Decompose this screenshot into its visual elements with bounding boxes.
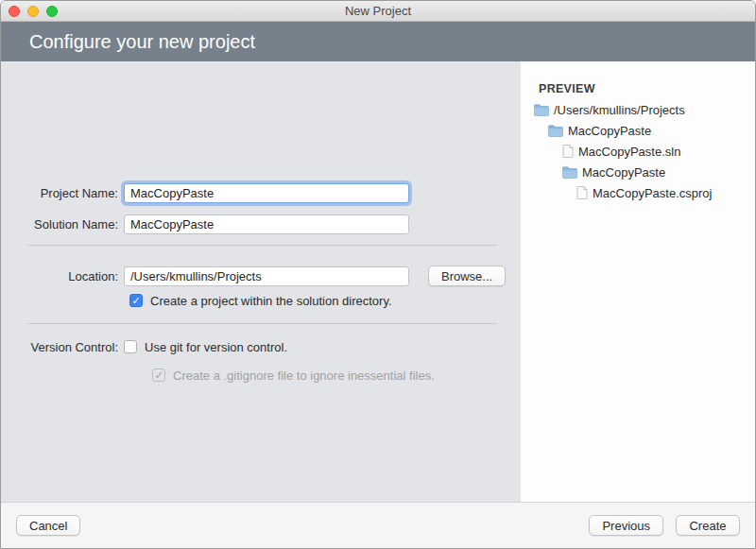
folder-icon [534,104,549,116]
solution-name-label: Solution Name: [1,217,124,232]
tree-item[interactable]: /Users/kmullins/Projects [521,99,755,120]
footer-bar: Cancel Previous Create [1,502,755,548]
file-icon [576,186,588,199]
project-name-row: Project Name: [1,182,409,203]
content: Project Name: Solution Name: Location: B… [1,61,755,502]
use-git-label: Use git for version control. [145,340,287,354]
folder-icon [562,166,577,179]
project-name-input[interactable] [124,183,409,203]
window-title: New Project [1,1,755,22]
preview-panel: PREVIEW /Users/kmullins/Projects MacCopy… [521,61,755,502]
location-label: Location: [1,269,124,283]
gitignore-row: Create a .gitignore file to ignore iness… [152,365,435,386]
location-input[interactable] [124,266,409,286]
solution-name-input[interactable] [124,214,409,234]
tree-item[interactable]: MacCopyPaste.csproj [521,182,755,203]
titlebar: New Project [1,1,755,22]
divider [27,323,497,324]
tree-item[interactable]: MacCopyPaste [521,120,755,141]
tree-item-label: /Users/kmullins/Projects [554,103,685,117]
new-project-window: New Project Configure your new project P… [0,0,756,549]
cancel-button[interactable]: Cancel [16,515,80,536]
tree-item[interactable]: MacCopyPaste [521,162,755,182]
form-area: Project Name: Solution Name: Location: B… [1,61,521,502]
page-title: Configure your new project [1,31,255,53]
location-row: Location: Browse... [1,266,506,286]
use-git-checkbox[interactable] [124,340,137,353]
project-name-label: Project Name: [1,186,124,200]
tree-item-label: MacCopyPaste.sln [578,145,680,159]
tree-item-label: MacCopyPaste [568,124,651,138]
version-control-label: Version Control: [1,340,124,354]
create-within-solution-row: Create a project within the solution dir… [129,290,392,311]
folder-icon [548,125,563,137]
browse-button[interactable]: Browse... [428,266,506,286]
preview-tree: /Users/kmullins/Projects MacCopyPaste Ma… [521,99,755,203]
solution-name-row: Solution Name: [1,214,409,234]
header-banner: Configure your new project [1,22,755,61]
create-within-solution-checkbox[interactable] [129,294,143,307]
file-icon [562,145,574,158]
divider [27,245,497,246]
create-button[interactable]: Create [676,515,740,536]
gitignore-checkbox [152,369,165,382]
tree-item-label: MacCopyPaste [582,165,665,180]
previous-button[interactable]: Previous [589,515,663,536]
tree-item[interactable]: MacCopyPaste.sln [521,141,755,162]
tree-item-label: MacCopyPaste.csproj [593,186,712,200]
version-control-row: Version Control: Use git for version con… [1,336,287,357]
create-within-solution-label: Create a project within the solution dir… [150,294,392,308]
preview-title: PREVIEW [539,82,595,95]
gitignore-label: Create a .gitignore file to ignore iness… [173,369,435,383]
